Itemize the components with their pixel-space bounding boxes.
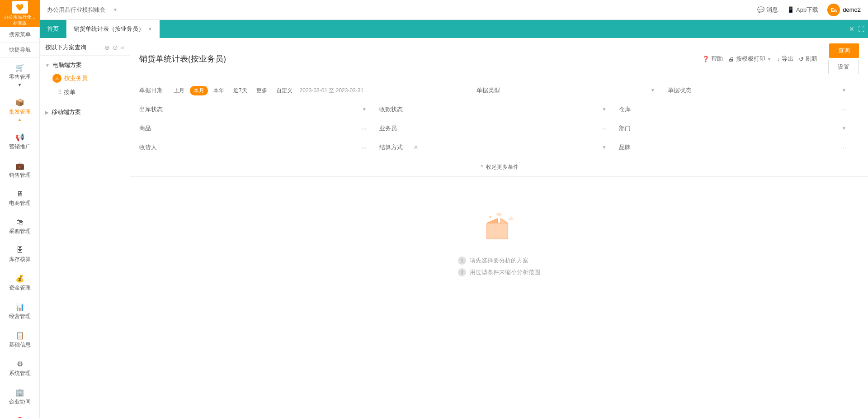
sidebar-item-finance[interactable]: 💰 资金管理 <box>0 269 39 297</box>
sidebar-item-ecom[interactable]: 🖥 电商管理 <box>0 185 39 213</box>
topbar-user[interactable]: Ea demo2 <box>827 4 861 16</box>
date-tab-lastmonth[interactable]: 上月 <box>170 86 188 95</box>
date-tab-custom[interactable]: 自定义 <box>273 86 296 95</box>
print-btn[interactable]: 🖨 按模板打印 ▼ <box>728 55 772 63</box>
filter-row-4: 收货人 ··· 结算方式 ✕ ▼ 品牌 <box>139 141 859 154</box>
export-btn[interactable]: ↓ 导出 <box>777 55 794 63</box>
brand-label: 品牌 <box>619 143 646 152</box>
filter-item-outstatus: 出库状态 ▼ <box>139 103 379 116</box>
filter-item-settlement: 结算方式 ✕ ▼ <box>379 141 619 154</box>
sidebar-item-system[interactable]: ⚙ 系统管理 <box>0 354 39 383</box>
doctype-input[interactable]: ▼ <box>507 84 659 97</box>
collapse-panel-icon[interactable]: « <box>121 44 124 51</box>
filter-item-docstatus: 单据状态 ▼ <box>668 84 859 97</box>
brand-input[interactable]: ··· <box>650 141 850 154</box>
export-label: 导出 <box>782 55 793 63</box>
empty-illustration <box>472 204 526 249</box>
msg-icon: 💬 <box>757 6 764 13</box>
topbar-breadcrumb: 办公用品行业模拟账套 <box>47 6 106 14</box>
print-arrow-icon: ▼ <box>767 57 772 62</box>
order-icon: ⠿ <box>58 89 62 95</box>
tabbar-actions: ✕ ⛶ <box>849 25 868 33</box>
add-scheme-icon[interactable]: ⊕ <box>104 44 110 51</box>
date-tab-more[interactable]: 更多 <box>253 86 271 95</box>
scheme-item-label: 按业务员 <box>64 74 88 82</box>
receiptstatus-input[interactable]: ▼ <box>410 103 610 116</box>
warehouse-input[interactable]: ··· <box>650 103 850 116</box>
salesperson-label: 业务员 <box>379 124 406 133</box>
logo-sub: 标准版 <box>13 20 27 26</box>
sidebar-item-inventory[interactable]: 🗄 库存核算 <box>0 241 39 269</box>
corp-icon: 🏢 <box>15 388 24 397</box>
sidebar-item-ops[interactable]: 📊 经营管理 <box>0 297 39 326</box>
date-tab-thismonth[interactable]: 本月 <box>190 86 208 95</box>
tab-sales-stat[interactable]: 销货单统计表（按业务员） ✕ <box>66 20 160 38</box>
sidebar-item-label: 营销推广 <box>9 143 31 151</box>
help-btn[interactable]: ❓ 帮助 <box>702 55 723 63</box>
sidebar-item-wholesale[interactable]: 📦 批发管理 ▲ <box>0 93 39 128</box>
refresh-btn[interactable]: ↺ 刷新 <box>799 55 817 63</box>
settlement-clear-icon[interactable]: ✕ <box>414 144 418 151</box>
scheme-group-desktop: ▼ 电脑端方案 人 按业务员 ⠿ 按单 <box>40 56 130 103</box>
collapse-button[interactable]: ⌃ 收起更多条件 <box>480 163 519 171</box>
svg-point-3 <box>489 216 491 218</box>
dept-input[interactable]: ▼ <box>650 122 850 135</box>
goods-input[interactable]: ··· <box>170 122 370 135</box>
docstatus-input[interactable]: ▼ <box>698 84 850 97</box>
topbar-msg-btn[interactable]: 💬 消息 <box>757 6 778 14</box>
page-title: 销货单统计表(按业务员) <box>139 53 226 64</box>
date-tabs: 上月 本月 本年 近7天 更多 自定义 <box>170 86 296 95</box>
outstatus-label: 出库状态 <box>139 105 166 114</box>
scheme-group-mobile-title[interactable]: ▶ 移动端方案 <box>40 106 130 118</box>
filter-item-dept: 部门 ▼ <box>619 122 859 135</box>
scheme-group-desktop-title[interactable]: ▼ 电脑端方案 <box>40 59 130 71</box>
empty-tip-2: 2 用过滤条件来缩小分析范围 <box>458 268 540 276</box>
sidebar-item-sales[interactable]: 💼 销售管理 <box>0 156 39 185</box>
topbar-app-btn[interactable]: 📱 App下载 <box>787 6 818 14</box>
receiver-input[interactable]: ··· <box>170 141 370 154</box>
date-tab-7days[interactable]: 近7天 <box>230 86 251 95</box>
username-label: demo2 <box>843 6 861 13</box>
sidebar-item-marketing[interactable]: 📢 营销推广 <box>0 128 39 156</box>
close-window-icon[interactable]: ✕ <box>849 25 854 33</box>
settlement-input[interactable]: ✕ ▼ <box>410 141 610 154</box>
query-button[interactable]: 查询 <box>829 43 859 58</box>
group-label: 移动端方案 <box>52 108 81 116</box>
page-content: 按以下方案查询 ⊕ ⊙ « ▼ 电脑端方案 人 按业务员 ⠿ 按单 <box>40 38 868 418</box>
scheme-item-order[interactable]: ⠿ 按单 <box>40 86 130 99</box>
tab-close-icon[interactable]: ✕ <box>148 26 152 32</box>
sidebar-item-newbie[interactable]: 🎯 新手引导 <box>0 411 39 418</box>
tabbar: 首页 销货单统计表（按业务员） ✕ ✕ ⛶ <box>40 20 868 38</box>
sidebar-search[interactable]: 搜索菜单 <box>0 27 39 43</box>
filter-row-1: 单据日期 上月 本月 本年 近7天 更多 自定义 2023-03-01 至 20… <box>139 84 859 97</box>
date-tab-thisyear[interactable]: 本年 <box>210 86 228 95</box>
tab-home[interactable]: 首页 <box>40 20 66 38</box>
left-panel-title: 按以下方案查询 <box>45 43 102 52</box>
expand-window-icon[interactable]: ⛶ <box>858 25 864 33</box>
marketing-icon: 📢 <box>15 133 24 142</box>
group-label: 电脑端方案 <box>52 61 82 69</box>
settings-button[interactable]: 设置 <box>828 60 859 74</box>
sidebar-item-corp[interactable]: 🏢 企业协同 <box>0 383 39 411</box>
refresh-icon: ↺ <box>799 56 804 62</box>
filter-item-receiver: 收货人 ··· <box>139 141 379 154</box>
scheme-icon-salesperson: 人 <box>52 74 61 83</box>
tip-text-1: 请先选择要分析的方案 <box>470 256 528 265</box>
system-icon: ⚙ <box>17 360 23 368</box>
sidebar-item-basic[interactable]: 📋 基础信息 <box>0 326 39 354</box>
sales-icon: 💼 <box>15 162 24 170</box>
scheme-item-salesperson[interactable]: 人 按业务员 <box>40 71 130 86</box>
settlement-label: 结算方式 <box>379 143 406 152</box>
sidebar-quicknav[interactable]: 快捷导航 <box>0 43 39 58</box>
sidebar-item-purchase[interactable]: 🛍 采购管理 <box>0 213 39 241</box>
settings-scheme-icon[interactable]: ⊙ <box>113 44 118 51</box>
sidebar-item-label: 库存核算 <box>9 256 31 263</box>
svg-rect-0 <box>487 223 508 239</box>
warehouse-label: 仓库 <box>619 105 646 114</box>
sidebar-item-label: 零售管理 <box>9 73 31 81</box>
salesperson-input[interactable]: ··· <box>410 122 610 135</box>
scheme-group-mobile: ▶ 移动端方案 <box>40 103 130 122</box>
print-icon: 🖨 <box>728 56 734 62</box>
sidebar-item-retail[interactable]: 🛒 零售管理 ▼ <box>0 58 39 93</box>
outstatus-input[interactable]: ▼ <box>170 103 370 116</box>
